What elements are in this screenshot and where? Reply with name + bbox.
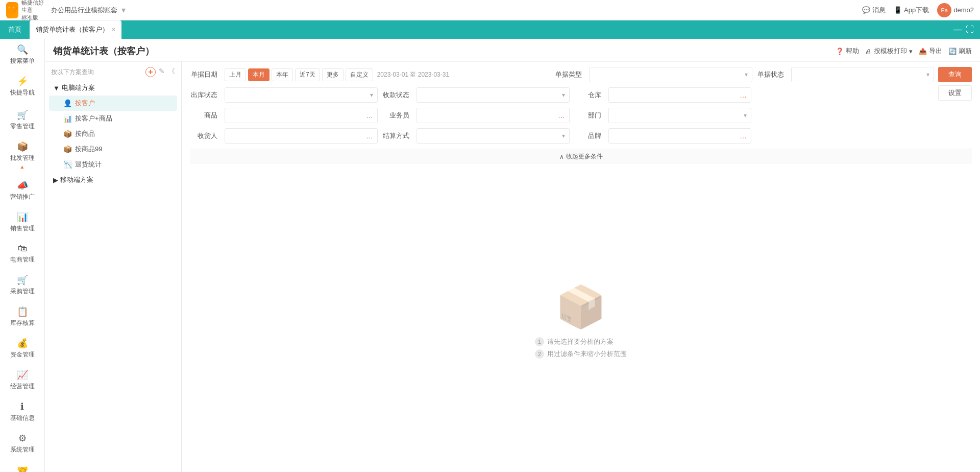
sidebar-item-wholesale[interactable]: 📦 批发管理 ▲	[0, 136, 44, 175]
tree-item-return-stats[interactable]: 📉 退货统计	[49, 157, 177, 172]
tree-group-mobile-header[interactable]: ▶ 移动端方案	[49, 172, 177, 187]
dept-select[interactable]: ▾	[608, 108, 751, 123]
left-panel-header: 按以下方案查询 + ✎ 《	[45, 62, 181, 80]
topbar-right: 💬 消息 📱 App下载 Ea demo2	[862, 3, 974, 17]
message-btn[interactable]: 💬 消息	[862, 6, 886, 15]
search-icon: 🔍	[17, 44, 28, 55]
date-label: 单据日期	[190, 70, 220, 79]
sidebar-item-search[interactable]: 🔍 搜索菜单	[0, 39, 44, 70]
date-btn-custom[interactable]: 自定义	[346, 68, 373, 81]
tab-active[interactable]: 销货单统计表（按客户） ×	[30, 20, 121, 39]
sidebar-item-basic-info[interactable]: ℹ 基础信息	[0, 396, 44, 428]
staff-input[interactable]: …	[416, 108, 570, 123]
print-icon: 🖨	[865, 48, 872, 55]
goods-input[interactable]: …	[225, 108, 378, 123]
marketing-icon: 📣	[17, 180, 28, 191]
doc-type-label: 单据类型	[554, 70, 585, 79]
tree-item-by-goods99[interactable]: 📦 按商品99	[49, 141, 177, 157]
page-actions: ❓ 帮助 🖨 按模板打印 ▾ 📤 导出 🔄 刷新	[836, 46, 972, 56]
print-btn[interactable]: 🖨 按模板打印 ▾	[865, 46, 913, 56]
sidebar-item-sales[interactable]: 📊 销售管理	[0, 206, 44, 238]
sidebar-item-finance[interactable]: 💰 资金管理	[0, 333, 44, 364]
page-header: 销货单统计表（按客户） ❓ 帮助 🖨 按模板打印 ▾ 📤 导出 🔄 刷新	[45, 39, 980, 62]
collapse-panel-btn[interactable]: 《	[168, 67, 175, 77]
doc-type-select[interactable]: ▾	[589, 67, 752, 82]
avatar: Ea	[937, 3, 951, 17]
sidebar-item-collab[interactable]: 🤝 企业协同	[0, 459, 44, 472]
dropdown-icon[interactable]: ▾	[121, 5, 126, 15]
tree-item-customer-goods[interactable]: 📊 按客户+商品	[49, 111, 177, 126]
date-btn-more[interactable]: 更多	[322, 68, 344, 81]
app-download-btn[interactable]: 📱 App下载	[894, 6, 929, 15]
settlement-arrow: ▾	[562, 132, 565, 139]
print-dropdown-icon[interactable]: ▾	[909, 48, 913, 55]
sidebar-item-purchase[interactable]: 🛒 采购管理	[0, 269, 44, 301]
warehouse-ellipsis: …	[740, 91, 747, 99]
receiver-input[interactable]: …	[225, 128, 378, 144]
out-status-label: 出库状态	[190, 90, 220, 100]
edit-scheme-btn[interactable]: ✎	[159, 67, 165, 77]
goods-ellipsis: …	[366, 111, 373, 120]
sidebar-item-nav[interactable]: ⚡ 快捷导航	[0, 70, 44, 102]
tree-group-pc-header[interactable]: ▼ 电脑端方案	[49, 80, 177, 96]
collect-status-arrow: ▾	[562, 91, 565, 99]
collect-status-label: 收款状态	[382, 90, 412, 100]
tree-item-by-goods[interactable]: 📦 按商品	[49, 126, 177, 141]
left-panel: 按以下方案查询 + ✎ 《 ▼ 电脑端方案 👤 按客户	[45, 62, 182, 472]
collapse-bar[interactable]: ∧ 收起更多条件	[190, 149, 972, 164]
sidebar-item-retail[interactable]: 🛒 零售管理	[0, 104, 44, 136]
tabbar: 首页 销货单统计表（按客户） × — ⛶	[0, 20, 980, 39]
add-scheme-btn[interactable]: +	[145, 67, 156, 77]
sidebar-item-operation[interactable]: 📈 经营管理	[0, 364, 44, 396]
help-icon: ❓	[836, 48, 844, 55]
date-btn-this-month[interactable]: 本月	[248, 68, 270, 81]
brand-label: 品牌	[574, 131, 604, 140]
filter-row-3: 商品 … 业务员 … 部门	[190, 108, 934, 123]
tab-close-btn[interactable]: ×	[112, 26, 115, 33]
filter-row-2: 出库状态 ▾ 收款状态 ▾ 仓库	[190, 87, 934, 103]
sidebar-item-marketing[interactable]: 📣 营销推广	[0, 175, 44, 206]
topbar-left: 🧡 畅捷信好生意 标准版 办公用品行业模拟账套 ▾	[6, 0, 126, 21]
return-icon: 📉	[63, 160, 72, 169]
nav-icon: ⚡	[17, 76, 28, 87]
sidebar: 🔍 搜索菜单 ⚡ 快捷导航 🛒 零售管理 📦 批发管理 ▲ 📣 营销推广 📊 销…	[0, 39, 45, 472]
tab-home[interactable]: 首页	[0, 20, 30, 39]
brand-input[interactable]: …	[608, 128, 751, 144]
message-icon: 💬	[862, 6, 870, 14]
inventory-icon: 📋	[17, 306, 28, 317]
date-btn-last-month[interactable]: 上月	[225, 68, 246, 81]
customer-goods-icon: 📊	[63, 114, 72, 123]
tree-group-mobile-arrow: ▶	[53, 176, 58, 184]
sidebar-item-inventory[interactable]: 📋 库存核算	[0, 301, 44, 333]
collect-status-select[interactable]: ▾	[416, 87, 570, 103]
warehouse-input[interactable]: …	[608, 87, 751, 103]
minimize-btn[interactable]: —	[953, 25, 962, 34]
doc-status-select[interactable]: ▾	[791, 67, 934, 82]
topbar: 🧡 畅捷信好生意 标准版 办公用品行业模拟账套 ▾ 💬 消息 📱 App下载 E…	[0, 0, 980, 20]
receiver-ellipsis: …	[366, 132, 373, 140]
settings-btn[interactable]: 设置	[938, 85, 972, 101]
goods99-icon: 📦	[63, 145, 72, 153]
staff-label: 业务员	[382, 111, 412, 120]
logo-icon: 🧡	[6, 2, 18, 18]
date-btn-this-year[interactable]: 本年	[272, 68, 293, 81]
query-btn[interactable]: 查询	[938, 67, 972, 82]
export-btn[interactable]: 📤 导出	[919, 46, 942, 56]
refresh-btn[interactable]: 🔄 刷新	[948, 46, 972, 56]
filter-row-1: 单据日期 上月 本月 本年 近7天 更多 自定义 2023-03-01 至 20…	[190, 67, 934, 82]
basicinfo-icon: ℹ	[20, 401, 24, 412]
tree-item-by-customer[interactable]: 👤 按客户	[49, 96, 177, 111]
out-status-select[interactable]: ▾	[225, 87, 378, 103]
help-btn[interactable]: ❓ 帮助	[836, 46, 859, 56]
retail-icon: 🛒	[17, 109, 28, 121]
date-btn-7days[interactable]: 近7天	[295, 68, 320, 81]
main-layout: 🔍 搜索菜单 ⚡ 快捷导航 🛒 零售管理 📦 批发管理 ▲ 📣 营销推广 📊 销…	[0, 39, 980, 472]
sidebar-item-ecommerce[interactable]: 🛍 电商管理	[0, 238, 44, 269]
sidebar-item-system[interactable]: ⚙ 系统管理	[0, 428, 44, 459]
left-panel-actions: + ✎ 《	[145, 67, 175, 77]
user-area[interactable]: Ea demo2	[937, 3, 974, 17]
settlement-select[interactable]: ▾	[416, 128, 570, 144]
maximize-btn[interactable]: ⛶	[966, 25, 974, 34]
collab-icon: 🤝	[17, 464, 28, 472]
dept-arrow: ▾	[744, 112, 747, 119]
